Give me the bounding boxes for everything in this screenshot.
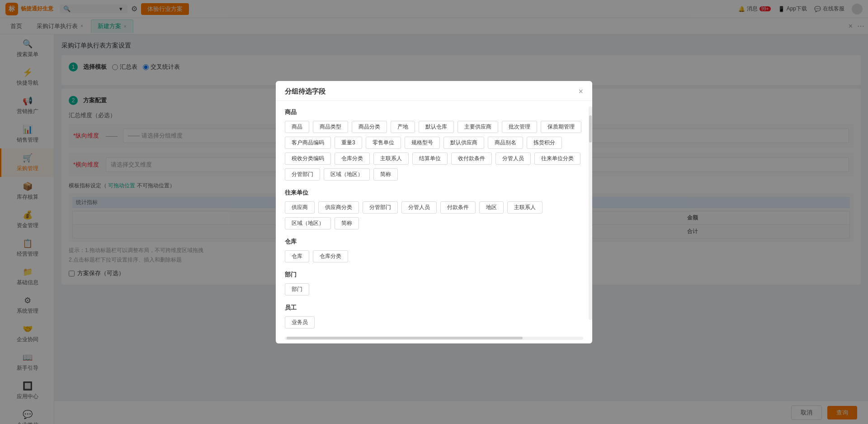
field-partner-dept[interactable]: 分管部门	[363, 201, 398, 214]
field-area[interactable]: 地区	[479, 201, 504, 214]
field-weight3[interactable]: 重量3	[335, 137, 362, 149]
field-pick-points[interactable]: 拣货积分	[527, 137, 562, 149]
field-partner-contact[interactable]: 主联系人	[507, 201, 542, 214]
modal-hscrollbar-thumb	[287, 337, 523, 339]
field-warehouse[interactable]: 仓库	[285, 250, 309, 262]
field-main-contact[interactable]: 主联系人	[373, 152, 409, 165]
modal-close-button[interactable]: ×	[578, 87, 583, 95]
field-retail-unit[interactable]: 零售单位	[366, 137, 401, 149]
field-short-name[interactable]: 简称	[373, 168, 398, 181]
field-payment-terms[interactable]: 收付款条件	[451, 152, 492, 165]
section-dept-tags: 部门	[285, 283, 583, 295]
section-warehouse: 仓库 仓库 仓库分类	[285, 238, 583, 262]
section-dept-title: 部门	[285, 271, 583, 279]
field-salesperson[interactable]: 业务员	[285, 316, 315, 329]
field-warehouse-category[interactable]: 仓库分类	[335, 152, 370, 165]
field-partner-supervisor[interactable]: 分管人员	[401, 201, 437, 214]
section-partner-title: 往来单位	[285, 189, 583, 197]
field-batch-mgmt[interactable]: 批次管理	[502, 121, 537, 133]
modal-title: 分组待选字段	[285, 87, 326, 96]
field-default-warehouse[interactable]: 默认仓库	[419, 121, 454, 133]
field-supervisor[interactable]: 分管人员	[495, 152, 531, 165]
field-payment-condition[interactable]: 付款条件	[440, 201, 476, 214]
field-partner-region[interactable]: 区域（地区）	[285, 217, 331, 229]
section-employee: 员工 业务员	[285, 304, 583, 329]
section-product: 商品 商品 商品类型 商品分类 产地 默认仓库 主要供应商 批次管理 保质期管理…	[285, 108, 583, 181]
modal-hscrollbar[interactable]	[285, 337, 583, 339]
field-product-alias[interactable]: 商品别名	[488, 137, 523, 149]
modal-overlay[interactable]: 分组待选字段 × 商品 商品 商品类型 商品分类 产地 默认仓库 主要供应商 批…	[0, 0, 868, 424]
modal-header: 分组待选字段 ×	[276, 81, 592, 101]
field-product-type[interactable]: 商品类型	[313, 121, 348, 133]
field-warehouse-cat[interactable]: 仓库分类	[313, 250, 348, 262]
modal-scrollbar-thumb	[589, 115, 592, 143]
modal-scrollbar[interactable]	[589, 106, 592, 320]
section-product-tags: 商品 商品类型 商品分类 产地 默认仓库 主要供应商 批次管理 保质期管理 客户…	[285, 121, 583, 181]
field-supplier-category[interactable]: 供应商分类	[318, 201, 359, 214]
field-supplier[interactable]: 供应商	[285, 201, 315, 214]
section-warehouse-tags: 仓库 仓库分类	[285, 250, 583, 262]
field-spec-model[interactable]: 规格型号	[405, 137, 440, 149]
modal: 分组待选字段 × 商品 商品 商品类型 商品分类 产地 默认仓库 主要供应商 批…	[276, 81, 592, 343]
field-tax-code[interactable]: 税收分类编码	[285, 152, 331, 165]
field-region[interactable]: 区域（地区）	[324, 168, 370, 181]
field-partner-short[interactable]: 简称	[335, 217, 359, 229]
field-product[interactable]: 商品	[285, 121, 309, 133]
section-warehouse-title: 仓库	[285, 238, 583, 246]
section-employee-title: 员工	[285, 304, 583, 312]
field-partner-category[interactable]: 往来单位分类	[534, 152, 580, 165]
section-employee-tags: 业务员	[285, 316, 583, 329]
field-customer-code[interactable]: 客户商品编码	[285, 137, 331, 149]
field-dept[interactable]: 分管部门	[285, 168, 320, 181]
field-department[interactable]: 部门	[285, 283, 309, 295]
field-settlement-unit[interactable]: 结算单位	[412, 152, 448, 165]
section-product-title: 商品	[285, 108, 583, 116]
field-product-category[interactable]: 商品分类	[352, 121, 387, 133]
field-default-supplier[interactable]: 默认供应商	[443, 137, 484, 149]
modal-body: 商品 商品 商品类型 商品分类 产地 默认仓库 主要供应商 批次管理 保质期管理…	[276, 101, 592, 337]
field-main-supplier[interactable]: 主要供应商	[458, 121, 498, 133]
section-dept: 部门 部门	[285, 271, 583, 295]
section-partner-tags: 供应商 供应商分类 分管部门 分管人员 付款条件 地区 主联系人 区域（地区） …	[285, 201, 583, 229]
field-origin[interactable]: 产地	[391, 121, 415, 133]
section-partner: 往来单位 供应商 供应商分类 分管部门 分管人员 付款条件 地区 主联系人 区域…	[285, 189, 583, 229]
field-expiry-mgmt[interactable]: 保质期管理	[541, 121, 581, 133]
